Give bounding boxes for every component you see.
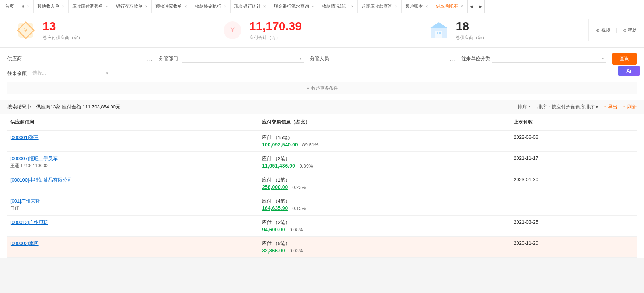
nav-tab-3[interactable]: 3 ✕ <box>18 0 34 13</box>
trans-amount[interactable]: 11,051,486.00 <box>262 163 295 169</box>
balance-select-text: 选择... <box>32 70 106 76</box>
ap-suppliers-label: 总应付供应商（家） <box>43 35 83 41</box>
last-pay-date: 2021-03-25 <box>514 219 538 225</box>
nav-tab-other-income-close[interactable]: ✕ <box>62 4 64 8</box>
trans-percent: 9.89% <box>300 163 313 169</box>
nav-tab-cash-bank-flow[interactable]: 现金银行流水查询 ✕ <box>270 0 318 13</box>
person-dots-icon[interactable]: … <box>449 55 455 62</box>
nav-tab-cash-bank-stat-close[interactable]: ✕ <box>263 4 266 8</box>
trans-percent: 0.15% <box>292 206 306 211</box>
person-label: 分管人员 <box>310 55 330 62</box>
supplier-cell: [000001]张三 <box>7 130 259 152</box>
sort-value[interactable]: 排序：按应付余额倒序排序 ▾ <box>537 104 599 110</box>
table-body: [000001]张三应付 （15笔）100,092,540.0089.61%20… <box>7 130 637 258</box>
table-header: 供应商信息 应付交易信息（占比） 上次付数 <box>7 114 637 130</box>
balance-chevron-icon: ▾ <box>106 71 108 76</box>
trans-cell: 应付 （5笔）32,366.000.03% <box>259 237 511 258</box>
nav-tab-receipt-verify[interactable]: 收款核销执行 ✕ <box>191 0 231 13</box>
supplier-link[interactable]: [000007]恒旺二手叉车 <box>10 156 58 161</box>
ap-amount-label: 应付合计（万） <box>249 35 302 41</box>
nav-bar: 首页 3 ✕ 其他收入单 ✕ 应收应付调整单 ✕ 银行存取款单 ✕ 预收冲应收单… <box>0 0 644 13</box>
filter-supplier: 供应商 … <box>7 54 153 63</box>
nav-tab-supplier-ledger-close[interactable]: ✕ <box>460 4 463 8</box>
nav-tab-receipt-stat[interactable]: 收款情况统计 ✕ <box>318 0 358 13</box>
nav-tab-bank-deposit-close[interactable]: ✕ <box>145 4 148 8</box>
table-row: [000007]恒旺二手叉车王通 17106110000应付 （2笔）11,05… <box>7 152 637 173</box>
nav-tab-receipt-stat-close[interactable]: ✕ <box>351 4 354 8</box>
col-header-last-pay: 上次付数 <box>511 114 637 130</box>
table-row: [000100]本特勤油品有限公司应付 （1笔）258,000.000.23%2… <box>7 173 637 194</box>
nav-tab-customer-ledger[interactable]: 客户账本 ✕ <box>402 0 432 13</box>
sort-label: 排序： <box>518 104 532 110</box>
category-label: 往来单位分类 <box>461 55 490 62</box>
last-pay-cell: 2023-01-30 <box>511 173 637 194</box>
supplier-link[interactable]: [001]广州荣轩 <box>10 198 40 204</box>
trans-amount[interactable]: 258,000.00 <box>262 184 288 190</box>
nav-tab-overdue-ar-close[interactable]: ✕ <box>395 4 398 8</box>
supplier-link[interactable]: [000002]李四 <box>10 241 39 246</box>
trans-percent: 0.23% <box>292 185 306 190</box>
export-button[interactable]: ○ 导出 <box>603 104 617 110</box>
export-icon: ○ <box>603 104 606 110</box>
nav-tab-cash-bank-stat[interactable]: 现金银行统计 ✕ <box>231 0 270 13</box>
trans-amount[interactable]: 100,092,540.00 <box>262 142 298 148</box>
refresh-button[interactable]: ○ 刷新 <box>623 104 637 110</box>
result-summary: 搜索结果中，供应商13家 应付金额 111,703,854.00元 排序： 排序… <box>0 100 644 114</box>
last-pay-cell <box>511 194 637 216</box>
stats-header: ¥ 13 总应付供应商（家） ¥ 11,170.39 应付合计（万） <box>0 13 644 48</box>
balance-label: 往来余额 <box>7 70 28 77</box>
trans-percent: 89.61% <box>302 142 319 148</box>
nav-tab-other-income-label: 其他收入单 <box>37 3 59 10</box>
nav-tab-overdue-ar[interactable]: 超期应收款查询 ✕ <box>358 0 402 13</box>
nav-tab-other-income[interactable]: 其他收入单 ✕ <box>34 0 69 13</box>
supplier-link[interactable]: [000001]张三 <box>10 135 39 140</box>
balance-select[interactable]: 选择... ▾ <box>30 68 111 78</box>
nav-tab-customer-ledger-close[interactable]: ✕ <box>425 4 428 8</box>
trans-amount[interactable]: 164,635.90 <box>262 205 288 211</box>
nav-tab-3-close[interactable]: ✕ <box>27 4 29 8</box>
supplier-cell: [000007]恒旺二手叉车王通 17106110000 <box>7 152 259 173</box>
dept-select[interactable]: ▾ <box>182 55 304 63</box>
supplier-cell: [000002]李四 <box>7 237 259 258</box>
table-row: [000012]广州贝瑞应付 （2笔）94,600.000.08%2021-03… <box>7 216 637 237</box>
data-table: 供应商信息 应付交易信息（占比） 上次付数 [000001]张三应付 （15笔）… <box>7 114 637 258</box>
total-suppliers-number: 18 <box>456 20 487 33</box>
nav-tab-home-label: 首页 <box>5 3 14 10</box>
trans-amount[interactable]: 94,600.00 <box>262 227 285 232</box>
nav-tab-pre-receive-close[interactable]: ✕ <box>184 4 187 8</box>
table-container: 供应商信息 应付交易信息（占比） 上次付数 [000001]张三应付 （15笔）… <box>0 114 644 258</box>
last-pay-date: 2023-01-30 <box>514 177 538 182</box>
last-pay-date: 2021-11-17 <box>514 155 538 161</box>
supplier-sub-info: 仔仔 <box>10 205 256 211</box>
trans-count: 应付 （15笔） <box>262 134 508 141</box>
trans-cell: 应付 （15笔）100,092,540.0089.61% <box>259 130 511 152</box>
filter-section: 供应商 … 分管部门 ▾ 分管人员 … 往来单位分类 ▾ 查询 往来余额 <box>0 48 644 100</box>
nav-tab-supplier-ledger[interactable]: 供应商账本 ✕ <box>432 0 467 13</box>
collapse-bar[interactable]: ∧ 收起更多条件 <box>7 82 637 94</box>
nav-tab-receipt-verify-close[interactable]: ✕ <box>224 4 227 8</box>
ai-badge[interactable]: Ai <box>618 66 640 76</box>
query-button[interactable]: 查询 <box>612 53 637 65</box>
nav-tab-home[interactable]: 首页 <box>1 0 18 13</box>
help-link[interactable]: ⊙ 帮助 <box>623 27 637 34</box>
video-link[interactable]: ⊙ 视频 <box>596 27 610 34</box>
nav-prev-button[interactable]: ◀ <box>467 0 476 13</box>
trans-amount[interactable]: 32,366.00 <box>262 248 285 254</box>
table-row: [000001]张三应付 （15笔）100,092,540.0089.61%20… <box>7 130 637 152</box>
nav-tab-pre-receive[interactable]: 预收冲应收单 ✕ <box>152 0 191 13</box>
supplier-input[interactable] <box>30 54 144 63</box>
supplier-link[interactable]: [000012]广州贝瑞 <box>10 220 48 225</box>
table-row: [000002]李四应付 （5笔）32,366.000.03%2020-11-2… <box>7 237 637 258</box>
category-select[interactable]: ▾ <box>492 55 607 63</box>
supplier-link[interactable]: [000100]本特勤油品有限公司 <box>10 177 72 183</box>
person-input[interactable] <box>333 54 447 63</box>
nav-tab-ar-ap-adj-close[interactable]: ✕ <box>105 4 108 8</box>
nav-tab-cash-bank-flow-close[interactable]: ✕ <box>311 4 314 8</box>
total-suppliers-label: 总供应商（家） <box>456 35 487 41</box>
collapse-label: 收起更多条件 <box>311 86 338 91</box>
supplier-dots-icon[interactable]: … <box>147 55 153 62</box>
total-suppliers-content: 18 总供应商（家） <box>456 20 487 41</box>
nav-tab-bank-deposit[interactable]: 银行存取款单 ✕ <box>112 0 152 13</box>
nav-tab-ar-ap-adj[interactable]: 应收应付调整单 ✕ <box>69 0 112 13</box>
nav-next-button[interactable]: ▶ <box>476 0 485 13</box>
